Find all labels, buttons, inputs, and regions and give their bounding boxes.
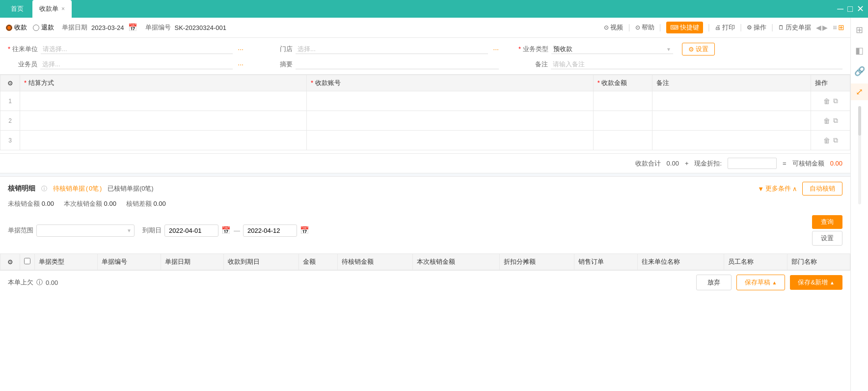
row-3-remark[interactable] — [652, 131, 811, 150]
biz-type-select-wrap: 预收款 ▼ — [551, 44, 673, 54]
bottom-table: ⚙ 单据类型 单据编号 单据日期 收款到期日 金额 待核销金额 本次核销金额 折… — [0, 253, 850, 270]
delete-icon-2[interactable]: 🗑 — [823, 117, 830, 125]
col-order-header: 销售订单 — [574, 254, 637, 270]
row-2-account[interactable] — [306, 111, 593, 131]
receipt-radio[interactable]: 收款 — [6, 23, 27, 32]
form-row-2: 业务员 ··· 摘要 备注 — [8, 59, 842, 69]
due-date-field: 到期日 📅 — 📅 — [142, 224, 309, 237]
window-minimize-icon[interactable]: ─ — [837, 4, 843, 14]
row-3-account[interactable] — [306, 131, 593, 150]
sep3: | — [708, 23, 710, 32]
done-tab[interactable]: 已核销单据(0笔) — [108, 184, 153, 193]
row-2-remark[interactable] — [652, 111, 811, 131]
total-value: 0.00 — [667, 160, 679, 167]
copy-icon-1[interactable]: ⧉ — [833, 97, 838, 105]
abandon-button[interactable]: 放弃 — [696, 275, 732, 290]
video-btn[interactable]: ⊙ 视频 — [604, 23, 623, 32]
date-from-input[interactable] — [164, 224, 218, 237]
current-stat: 本次核销金额 0.00 — [64, 199, 116, 208]
close-icon[interactable]: × — [61, 5, 65, 12]
salesman-more-btn[interactable]: ··· — [238, 60, 244, 68]
col-pending-header: 待核销金额 — [338, 254, 413, 270]
save-new-button[interactable]: 保存&新增 ▲ — [790, 275, 842, 290]
save-draft-button[interactable]: 保存草稿 ▲ — [736, 275, 786, 290]
row-2-amount[interactable] — [593, 111, 652, 131]
table-row: 2 🗑 ⧉ — [0, 111, 850, 131]
history-btn[interactable]: 🗒 历史单据 — [778, 23, 811, 32]
row-3-amount[interactable] — [593, 131, 652, 150]
delete-icon-3[interactable]: 🗑 — [823, 137, 830, 144]
toolbar-right: ⊙ 视频 | ⊙ 帮助 | ⌨ 快捷键 | 🖨 打印 | ⚙ 操作 | 🗒 历史… — [604, 22, 844, 33]
query-button[interactable]: 查询 — [812, 215, 842, 229]
print-btn[interactable]: 🖨 打印 — [715, 23, 735, 32]
scrollbar-thumb[interactable] — [858, 106, 861, 136]
calendar-icon[interactable]: 📅 — [128, 23, 137, 32]
discount-input[interactable] — [728, 158, 777, 169]
prev-arrow[interactable]: ◀ — [816, 24, 821, 31]
layout-icons: ≡ ⊞ — [833, 23, 844, 32]
biz-type-select[interactable]: 预收款 — [551, 44, 673, 54]
next-arrow[interactable]: ▶ — [822, 24, 828, 31]
pending-tab[interactable]: 待核销单据(0笔) — [53, 184, 102, 193]
page-label: 本单上欠 — [8, 278, 33, 287]
row-1-settlement[interactable] — [20, 91, 307, 111]
calendar-to-icon[interactable]: 📅 — [300, 226, 309, 235]
settings-button[interactable]: ⚙ 设置 — [682, 43, 715, 56]
col-settings[interactable]: ⚙ — [0, 75, 20, 91]
biz-type-arrow: ▼ — [666, 47, 671, 52]
more-conditions-btn[interactable]: ▼ 更多条件 ∧ — [758, 184, 797, 193]
refund-radio[interactable]: 退款 — [33, 23, 54, 32]
partner-more-btn[interactable]: ··· — [238, 45, 244, 53]
layout-list-icon[interactable]: ≡ — [833, 23, 837, 32]
sidebar-expand-icon[interactable]: ⤢ — [851, 84, 868, 100]
tab-active[interactable]: 收款单 × — [32, 0, 72, 18]
footer: 本单上欠 ⓘ 0.00 放弃 保存草稿 ▲ 保存&新增 ▲ — [0, 270, 850, 294]
operation-btn[interactable]: ⚙ 操作 — [747, 23, 766, 32]
row-1-account[interactable] — [306, 91, 593, 111]
summary-input[interactable] — [296, 59, 499, 69]
col-checkbox[interactable] — [20, 254, 35, 270]
main-content: 收款 退款 单据日期 2023-03-24 📅 单据编号 SK-20230324… — [0, 18, 850, 391]
col-gear[interactable]: ⚙ — [0, 254, 20, 270]
settings-sm-button[interactable]: 设置 — [812, 231, 842, 246]
sidebar-clip-icon[interactable]: 🔗 — [854, 63, 865, 80]
shortcut-btn[interactable]: ⌨ 快捷键 — [666, 22, 703, 33]
reconcile-header: 核销明细 ⓘ 待核销单据(0笔) 已核销单据(0笔) ▼ 更多条件 ∧ 自动核销 — [8, 182, 842, 196]
col-staff-header: 员工名称 — [724, 254, 787, 270]
range-select[interactable] — [36, 224, 135, 237]
biz-type-label: * 业务类型 — [518, 45, 548, 54]
partner-input[interactable] — [41, 44, 233, 54]
col-due-header: 收款到期日 — [223, 254, 298, 270]
date-to-input[interactable] — [243, 224, 297, 237]
window-close-icon[interactable]: ✕ — [857, 3, 864, 14]
row-3-settlement[interactable] — [20, 131, 307, 150]
delete-icon-1[interactable]: 🗑 — [823, 97, 830, 105]
info-circle-icon[interactable]: ⓘ — [36, 278, 43, 287]
info-icon[interactable]: ⓘ — [41, 185, 47, 193]
help-btn[interactable]: ⊙ 帮助 — [635, 23, 654, 32]
reconcile-title: 核销明细 — [8, 184, 35, 193]
remark-input[interactable] — [551, 59, 842, 69]
col-settlement: * 结算方式 — [20, 75, 307, 91]
form-row-1: * 往来单位 ··· 门店 ··· * 业务类型 预收 — [8, 43, 842, 56]
sidebar-doc-icon[interactable]: ◧ — [855, 42, 864, 59]
tab-home[interactable]: 首页 — [4, 0, 30, 18]
row-2-settlement[interactable] — [20, 111, 307, 131]
auto-reconcile-button[interactable]: 自动核销 — [802, 182, 842, 196]
sep2: | — [659, 23, 661, 32]
range-select-wrap: ▼ — [36, 224, 135, 237]
shop-more-btn[interactable]: ··· — [493, 45, 499, 53]
sidebar-table-icon[interactable]: ⊞ — [856, 22, 863, 38]
tab-bar: 首页 收款单 × ─ □ ✕ — [0, 0, 868, 18]
copy-icon-2[interactable]: ⧉ — [833, 116, 838, 125]
layout-grid-icon[interactable]: ⊞ — [838, 23, 844, 32]
calendar-from-icon[interactable]: 📅 — [221, 226, 231, 235]
window-expand-icon[interactable]: □ — [847, 4, 853, 14]
row-1-amount[interactable] — [593, 91, 652, 111]
row-1-remark[interactable] — [652, 91, 811, 111]
partner-label: * 往来单位 — [8, 45, 38, 54]
save-draft-arrow-icon: ▲ — [772, 280, 777, 285]
salesman-input[interactable] — [40, 59, 233, 69]
copy-icon-3[interactable]: ⧉ — [833, 136, 838, 144]
shop-input[interactable] — [296, 44, 488, 54]
